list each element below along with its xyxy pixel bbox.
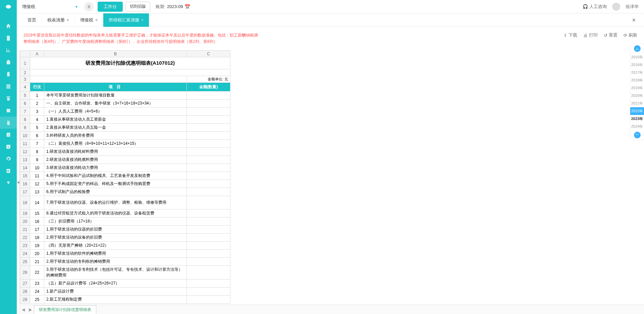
header-amount[interactable]: 金额(数量) <box>187 83 230 91</box>
row-num-cell[interactable]: 17 <box>30 226 44 234</box>
sheet-next-button[interactable]: ▶ <box>27 307 34 312</box>
desc-cell[interactable]: 本年可享受研发费用加计扣除项目数量 <box>44 91 187 100</box>
tab[interactable]: 税表清册× <box>42 13 75 27</box>
row-num-cell[interactable]: 2 <box>30 100 44 108</box>
desc-cell[interactable]: 2.用于研发活动的设备的折旧费 <box>44 234 187 242</box>
worktable-button[interactable]: 工作台 <box>98 2 123 12</box>
row-num-cell[interactable]: 8 <box>30 148 44 156</box>
amount-cell[interactable] <box>187 140 230 148</box>
row-num-cell[interactable]: 16 <box>30 217 44 226</box>
nav-v-icon[interactable] <box>0 177 17 189</box>
tax-type-select[interactable]: 增值税 ▾ <box>22 4 77 10</box>
row-num-cell[interactable]: 14 <box>30 196 44 209</box>
amount-cell[interactable] <box>187 226 230 234</box>
nav-export-icon[interactable] <box>0 129 17 141</box>
year-item[interactable]: 2019年 <box>630 84 644 92</box>
nav-form-icon[interactable] <box>0 80 17 92</box>
tab[interactable]: 所得税汇算清缴× <box>103 13 149 27</box>
sheet-table[interactable]: ABC1研发费用加计扣除优惠明细表(A107012)23金额单位: 元4行次项 … <box>20 50 230 304</box>
round-toggle-button[interactable] <box>84 2 94 11</box>
year-item[interactable]: 2024年 <box>630 123 644 130</box>
username[interactable]: 徐泽华 <box>626 4 639 10</box>
row-num-cell[interactable]: 21 <box>30 258 44 266</box>
calendar-icon[interactable]: 📅 <box>184 4 190 9</box>
desc-cell[interactable]: （一）人员人工费用（4+5+6） <box>44 108 187 116</box>
amount-cell[interactable] <box>187 108 230 116</box>
amount-cell[interactable] <box>187 91 230 100</box>
sheet-hscrollbar[interactable] <box>103 308 644 312</box>
amount-cell[interactable] <box>187 234 230 242</box>
row-num-cell[interactable]: 11 <box>30 172 44 180</box>
amount-cell[interactable] <box>187 266 230 279</box>
year-item[interactable]: 2018年 <box>630 76 644 84</box>
amount-cell[interactable] <box>187 250 230 258</box>
amount-cell[interactable] <box>187 209 230 217</box>
row-num-cell[interactable]: 7 <box>30 140 44 148</box>
header-rownum[interactable]: 行次 <box>30 83 44 91</box>
amount-cell[interactable] <box>187 116 230 124</box>
desc-cell[interactable]: 2.直接从事研发活动人员五险一金 <box>44 124 187 132</box>
desc-cell[interactable]: （四）无形资产摊销（20+21+22） <box>44 242 187 250</box>
row-num-cell[interactable]: 23 <box>30 279 44 288</box>
nav-home-icon[interactable] <box>0 20 17 32</box>
desc-cell[interactable]: 2.用于研发活动的专利权的摊销费用 <box>44 258 187 266</box>
unit-label[interactable]: 金额单位: 元 <box>187 76 230 83</box>
desc-cell[interactable]: 3.外聘研发人员的劳务费用 <box>44 132 187 140</box>
year-item[interactable]: 2021年 <box>630 100 644 107</box>
row-num-cell[interactable]: 9 <box>30 156 44 164</box>
consult-link[interactable]: 🎧 人工咨询 <box>583 4 607 10</box>
year-item[interactable]: 2020年 <box>630 92 644 100</box>
amount-cell[interactable] <box>187 196 230 209</box>
amount-cell[interactable] <box>187 172 230 180</box>
desc-cell[interactable]: 2.新工艺规程制定费 <box>44 296 187 304</box>
download-button[interactable]: ⇩ 下载 <box>564 32 577 38</box>
year-item[interactable]: 2023年 <box>630 115 644 123</box>
desc-cell[interactable]: 3.用于研发活动的非专利技术（包括许可证、专有技术、设计和计算方法等）的摊销费用 <box>44 266 187 279</box>
row-num-cell[interactable]: 20 <box>30 250 44 258</box>
amount-cell[interactable] <box>187 180 230 188</box>
nav-clipboard-icon[interactable] <box>0 68 17 80</box>
desc-cell[interactable]: 5.用于不构成固定资产的样品、样机及一般测试手段购置费 <box>44 180 187 188</box>
amount-cell[interactable] <box>187 217 230 226</box>
desc-cell[interactable]: （五）新产品设计费等（24+25+26+27） <box>44 279 187 288</box>
amount-cell[interactable] <box>187 132 230 140</box>
desc-cell[interactable]: 2.研发活动直接消耗燃料费用 <box>44 156 187 164</box>
avatar[interactable] <box>612 3 620 11</box>
tab-close-icon[interactable]: × <box>95 18 98 22</box>
year-item[interactable]: 2015年 <box>630 53 644 61</box>
desc-cell[interactable]: 1.用于研发活动的软件的摊销费用 <box>44 250 187 258</box>
row-num-cell[interactable]: 18 <box>30 234 44 242</box>
year-item[interactable]: 2016年 <box>630 61 644 69</box>
amount-cell[interactable] <box>187 242 230 250</box>
sheet-prev-button[interactable]: ◀ <box>20 307 27 312</box>
row-num-cell[interactable]: 4 <box>30 116 44 124</box>
switch-version-button[interactable]: 切到旧版 <box>125 2 150 11</box>
desc-cell[interactable]: 1.新产品设计费 <box>44 288 187 296</box>
desc-cell[interactable]: 7.用于研发活动的仪器、设备的运行维护、调整、检验、维修等费用 <box>44 196 187 209</box>
nav-gear-icon[interactable] <box>0 153 17 165</box>
amount-cell[interactable] <box>187 124 230 132</box>
year-up-button[interactable]: ︽ <box>634 45 641 52</box>
row-num-cell[interactable]: 15 <box>30 209 44 217</box>
col-header[interactable]: B <box>44 51 187 57</box>
desc-cell[interactable]: （三）折旧费用（17+18） <box>44 217 187 226</box>
desc-cell[interactable]: （二）直接投入费用（8+9+10+11+12+13+14+15） <box>44 140 187 148</box>
nav-doc-icon[interactable] <box>0 32 17 44</box>
tab-close-icon[interactable]: × <box>141 18 144 22</box>
col-header[interactable]: A <box>30 51 44 57</box>
sheet-tab[interactable]: 研发费用加计扣除优惠明细表 <box>34 305 96 314</box>
nav-chart-icon[interactable] <box>0 44 17 56</box>
year-item[interactable]: 2022年 <box>630 107 644 115</box>
nav-play-icon[interactable] <box>0 165 17 177</box>
period-value[interactable]: 2023-09 <box>167 4 183 9</box>
amount-cell[interactable] <box>187 296 230 304</box>
collapse-handle[interactable]: ◀ <box>17 50 19 314</box>
row-num-cell[interactable]: 10 <box>30 164 44 172</box>
amount-cell[interactable] <box>187 188 230 196</box>
close-all-tabs-button[interactable]: ✕ <box>629 17 639 23</box>
tab[interactable]: 首页 <box>22 13 42 27</box>
row-num-cell[interactable]: 1 <box>30 91 44 100</box>
row-num-cell[interactable]: 13 <box>30 188 44 196</box>
header-item[interactable]: 项 目 <box>44 83 187 91</box>
year-down-button[interactable]: ︾ <box>634 132 641 138</box>
